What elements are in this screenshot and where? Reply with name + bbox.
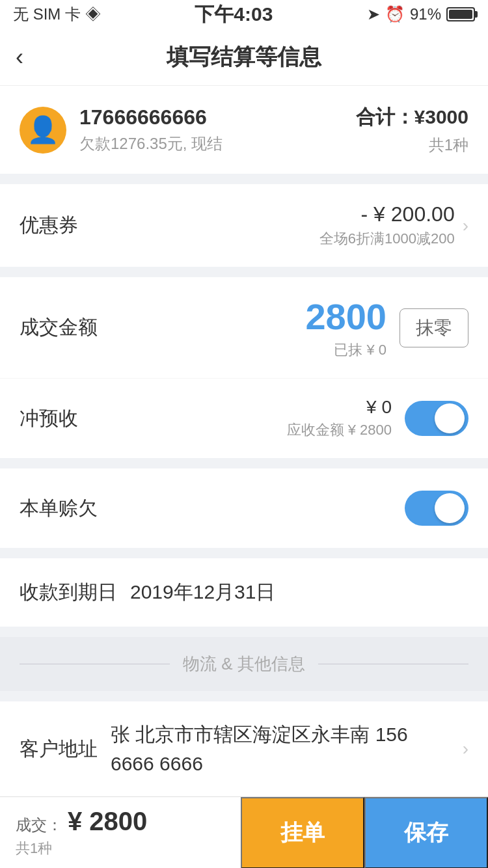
address-label: 客户地址 xyxy=(20,736,98,763)
deal-amount-label: 成交金额 xyxy=(20,314,98,341)
customer-phone: 17666666666 xyxy=(79,105,223,129)
address-row[interactable]: 客户地址 张 北京市市辖区海淀区永丰南 156 6666 6666 › xyxy=(0,701,488,796)
customer-count: 共1种 xyxy=(356,135,468,156)
due-date-label: 收款到期日 xyxy=(20,579,117,606)
status-right: ➤ ⏰ 91% xyxy=(367,5,475,23)
coupon-right: - ¥ 200.00 全场6折满1000减200 › xyxy=(319,202,468,249)
divider-line-left xyxy=(20,664,170,664)
page-title: 填写结算等信息 xyxy=(167,42,321,72)
battery-percent: 91% xyxy=(410,5,441,23)
deal-section: 成交金额 2800 已抹 ¥ 0 抹零 冲预收 ¥ 0 应收金额 ¥ 2800 xyxy=(0,277,488,458)
content: 👤 17666666666 欠款1276.35元, 现结 合计：¥3000 共1… xyxy=(0,86,488,868)
due-date-value: 2019年12月31日 xyxy=(130,579,275,606)
divider-line-right xyxy=(318,664,468,664)
debt-label: 本单赊欠 xyxy=(20,495,98,522)
bottom-bar: 成交： ¥ 2800 共1种 挂单 保存 xyxy=(0,796,488,868)
spacer2 xyxy=(0,627,488,637)
prepay-toggle[interactable] xyxy=(405,401,468,436)
coupon-text: - ¥ 200.00 全场6折满1000减200 xyxy=(319,202,455,249)
sim-label: 无 SIM 卡 ◈ xyxy=(13,4,101,25)
round-zero-button[interactable]: 抹零 xyxy=(400,308,468,347)
prepay-value-group: ¥ 0 应收金额 ¥ 2800 xyxy=(287,397,392,440)
back-button[interactable]: ‹ xyxy=(16,46,23,69)
avatar: 👤 xyxy=(20,107,66,154)
bottom-deal-label: 成交： xyxy=(16,815,62,835)
coupon-desc: 全场6折满1000减200 xyxy=(319,229,455,249)
customer-sub: 欠款1276.35元, 现结 xyxy=(79,133,223,154)
chevron-right-icon: › xyxy=(463,215,468,236)
debt-toggle[interactable] xyxy=(405,491,468,526)
bottom-amount: ¥ 2800 xyxy=(68,807,147,836)
customer-info: 17666666666 欠款1276.35元, 现结 xyxy=(79,105,223,154)
spacer1 xyxy=(0,548,488,558)
coupon-label: 优惠券 xyxy=(20,212,78,239)
bottom-deal-row: 成交： ¥ 2800 xyxy=(16,807,225,836)
avatar-icon: 👤 xyxy=(27,115,59,145)
customer-right: 合计：¥3000 共1种 xyxy=(356,104,468,156)
coupon-row[interactable]: 优惠券 - ¥ 200.00 全场6折满1000减200 › xyxy=(0,184,488,267)
address-value: 张 北京市市辖区海淀区永丰南 156 6666 6666 xyxy=(111,720,450,778)
customer-left: 👤 17666666666 欠款1276.35元, 现结 xyxy=(20,105,223,154)
bottom-info: 成交： ¥ 2800 共1种 xyxy=(0,797,241,868)
debt-toggle-thumb xyxy=(435,493,465,523)
customer-total: 合计：¥3000 xyxy=(356,104,468,131)
deal-amount-value: 2800 xyxy=(305,295,386,338)
prepay-label: 冲预收 xyxy=(20,405,78,432)
bottom-count: 共1种 xyxy=(16,839,225,858)
battery-icon xyxy=(446,7,475,21)
prepay-value: ¥ 0 xyxy=(287,397,392,418)
prepay-right: ¥ 0 应收金额 ¥ 2800 xyxy=(287,397,468,440)
status-left: 无 SIM 卡 ◈ xyxy=(13,4,101,25)
customer-card: 👤 17666666666 欠款1276.35元, 现结 合计：¥3000 共1… xyxy=(0,86,488,174)
address-chevron-icon: › xyxy=(463,739,468,759)
hold-button[interactable]: 挂单 xyxy=(241,797,364,868)
toggle-thumb xyxy=(435,403,465,433)
due-date-row: 收款到期日 2019年12月31日 xyxy=(0,558,488,627)
coupon-amount: - ¥ 200.00 xyxy=(319,202,455,226)
debt-section: 本单赊欠 xyxy=(0,468,488,548)
deal-amount-row: 成交金额 2800 已抹 ¥ 0 抹零 xyxy=(0,277,488,379)
deal-amount-group: 2800 已抹 ¥ 0 xyxy=(305,295,386,360)
status-bar: 无 SIM 卡 ◈ 下午4:03 ➤ ⏰ 91% xyxy=(0,0,488,29)
header: ‹ 填写结算等信息 xyxy=(0,29,488,86)
location-icon: ➤ xyxy=(367,5,380,23)
save-button[interactable]: 保存 xyxy=(364,797,488,868)
logistics-divider: 物流 & 其他信息 xyxy=(0,637,488,691)
status-time: 下午4:03 xyxy=(195,1,273,28)
logistics-label: 物流 & 其他信息 xyxy=(183,653,305,675)
prepay-sub: 应收金额 ¥ 2800 xyxy=(287,420,392,440)
deal-amount-right: 2800 已抹 ¥ 0 抹零 xyxy=(305,295,468,360)
prepay-row: 冲预收 ¥ 0 应收金额 ¥ 2800 xyxy=(0,379,488,458)
alarm-icon: ⏰ xyxy=(385,5,405,23)
deal-amount-sub: 已抹 ¥ 0 xyxy=(305,340,386,360)
